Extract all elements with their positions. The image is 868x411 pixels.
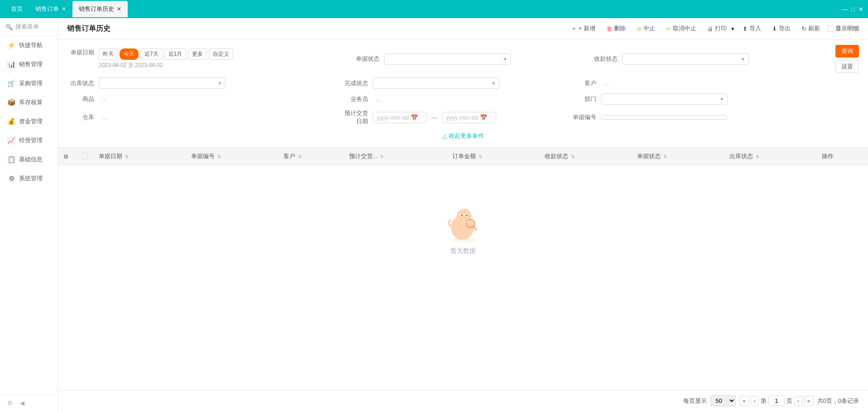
collapse-filter-label: 收起更多条件 <box>449 132 484 140</box>
date-btn-custom[interactable]: 自定义 <box>209 48 233 60</box>
sort-amount-icon[interactable]: ⇅ <box>479 154 482 159</box>
sort-payment-icon[interactable]: ⇅ <box>571 154 575 159</box>
sidebar-search[interactable]: 🔍 搜索菜单 <box>0 18 58 36</box>
date-separator: — <box>429 114 440 121</box>
th-amount: 订单金额 ⇅ <box>447 148 539 165</box>
order-no-input[interactable] <box>601 115 728 120</box>
warehouse-dots[interactable]: ... <box>99 114 111 121</box>
sidebar-settings-icon[interactable]: ⚙ <box>7 400 13 406</box>
complete-select[interactable]: ▾ <box>373 77 499 89</box>
refresh-icon: ↻ <box>801 25 806 32</box>
salesperson-dots[interactable]: ... <box>373 96 385 102</box>
cancel-stop-button[interactable]: ↩ 取消中止 <box>662 23 700 34</box>
dept-select[interactable]: ▾ <box>601 93 728 105</box>
page-input[interactable] <box>768 396 785 406</box>
date-btn-today[interactable]: 今天 <box>120 48 139 60</box>
page-nav: « ‹ 第 页 › » <box>739 396 813 406</box>
product-dots[interactable]: ... <box>99 96 111 102</box>
th-action: 操作 <box>816 148 868 165</box>
sidebar-item-quick-nav-label: 快捷导航 <box>19 41 43 49</box>
sidebar-item-inventory[interactable]: 📦 库存核算 <box>0 93 58 112</box>
delete-button[interactable]: 🗑 删除 <box>603 23 629 34</box>
expected-date-end[interactable]: yyyy-mm-dd 📅 <box>442 112 496 123</box>
export-button[interactable]: ⬇ 导出 <box>768 23 794 34</box>
import-button[interactable]: ⬆ 导入 <box>739 23 765 34</box>
status-arrow-icon: ▾ <box>504 56 507 63</box>
page-size-select[interactable]: 50 10 20 100 <box>710 395 736 406</box>
select-all-checkbox[interactable] <box>82 153 88 159</box>
sort-order-no-icon[interactable]: ⇅ <box>217 154 221 159</box>
customer-dots[interactable]: ... <box>601 80 613 87</box>
collapse-filter-btn[interactable]: △ 收起更多条件 <box>67 130 859 142</box>
tab-sales-order[interactable]: 销售订单 ✕ <box>29 1 72 17</box>
display-dense-toggle[interactable]: 显示明细 <box>827 24 859 33</box>
tab-home[interactable]: 首页 <box>5 1 29 17</box>
stop-button[interactable]: ⊘ 中止 <box>633 23 659 34</box>
filter-order-status: 单据状态 ▾ <box>352 53 590 65</box>
payment-select[interactable]: ▾ <box>622 53 749 65</box>
empty-illustration <box>441 202 486 247</box>
minimize-btn[interactable]: — <box>842 6 848 13</box>
add-button[interactable]: ＋ + 新增 <box>567 23 599 34</box>
sidebar-item-operations[interactable]: 📈 经营管理 <box>0 131 58 150</box>
search-icon: 🔍 <box>5 24 13 30</box>
th-order-status: 单据状态 ⇅ <box>632 148 724 165</box>
display-dense-label: 显示明细 <box>835 24 859 33</box>
status-filter-label: 单据状态 <box>352 55 384 63</box>
first-page-btn[interactable]: « <box>739 396 749 406</box>
sidebar-item-purchase[interactable]: 🛒 采购管理 <box>0 74 58 93</box>
th-order-status-label: 单据状态 <box>637 153 661 160</box>
window-controls: — □ ✕ <box>842 6 863 13</box>
date-btn-1month[interactable]: 近1月 <box>164 48 187 60</box>
status-select[interactable]: ▾ <box>384 53 511 65</box>
tab-sales-order-history-close[interactable]: ✕ <box>117 6 121 12</box>
th-customer: 客户 ⇅ <box>278 148 344 165</box>
salesperson-filter-label: 业务员 <box>341 95 373 103</box>
top-bar: 首页 销售订单 ✕ 销售订单历史 ✕ — □ ✕ <box>0 0 868 18</box>
svg-point-6 <box>465 215 467 216</box>
sidebar-item-sales[interactable]: 📊 销售管理 <box>0 55 58 74</box>
expected-date-label: 预计交货日期 <box>341 109 373 126</box>
sort-order-status-icon[interactable]: ⇅ <box>663 154 667 159</box>
filter-area: 单据日期 昨天 今天 近7天 近1月 更多 自定义 2023-06-02 至 2… <box>58 39 868 148</box>
tab-sales-order-history-label: 销售订单历史 <box>79 5 114 13</box>
refresh-button[interactable]: ↻ 刷新 <box>798 23 824 34</box>
outbound-select[interactable]: ▾ <box>99 77 225 89</box>
sort-date-icon[interactable]: ⇅ <box>125 154 129 159</box>
print-dropdown-arrow[interactable]: ▾ <box>730 24 735 34</box>
last-page-btn[interactable]: » <box>804 396 814 406</box>
sort-customer-icon[interactable]: ⇅ <box>298 154 302 159</box>
filter-row-4: 仓库 ... 预计交货日期 yyyy-mm-dd 📅 — yyyy-mm-dd … <box>67 109 859 126</box>
next-page-btn[interactable]: › <box>794 396 802 406</box>
expected-date-start[interactable]: yyyy-mm-dd 📅 <box>373 112 427 123</box>
sidebar-collapse-icon[interactable]: ◀ <box>20 400 24 406</box>
sidebar-item-inventory-label: 库存核算 <box>19 98 43 106</box>
tab-sales-order-label: 销售订单 <box>35 5 59 13</box>
date-btn-more[interactable]: 更多 <box>188 48 207 60</box>
tab-sales-order-close[interactable]: ✕ <box>62 6 66 12</box>
sidebar-item-system[interactable]: ⚙ 系统管理 <box>0 169 58 188</box>
date-btn-yesterday[interactable]: 昨天 <box>99 48 118 60</box>
close-btn[interactable]: ✕ <box>858 6 863 13</box>
column-settings-icon[interactable]: ⚙ <box>63 153 69 160</box>
maximize-btn[interactable]: □ <box>851 6 855 13</box>
display-dense-checkbox[interactable] <box>827 25 834 32</box>
filter-dept: 部门 ▾ <box>569 93 797 105</box>
sidebar-item-quick-nav[interactable]: ⚡ 快捷导航 <box>0 36 58 55</box>
svg-line-8 <box>473 227 476 230</box>
sidebar-item-finance[interactable]: 💰 资金管理 <box>0 112 58 131</box>
page-word: 第 <box>761 397 767 405</box>
sort-expected-date-icon[interactable]: ⇅ <box>380 154 384 159</box>
prev-page-btn[interactable]: ‹ <box>751 396 759 406</box>
settings-button[interactable]: 设置 <box>835 60 859 73</box>
date-btn-7days[interactable]: 近7天 <box>140 48 163 60</box>
print-button[interactable]: 🖨 打印 <box>704 23 730 34</box>
query-button[interactable]: 查询 <box>835 45 859 58</box>
sidebar-search-label: 搜索菜单 <box>15 23 39 31</box>
tab-sales-order-history[interactable]: 销售订单历史 ✕ <box>72 1 128 17</box>
th-expected-date: 预计交货... ⇅ <box>344 148 447 165</box>
sort-outbound-icon[interactable]: ⇅ <box>756 154 759 159</box>
sidebar-item-basic-info[interactable]: 📋 基础信息 <box>0 150 58 169</box>
per-page-label: 每页显示 <box>683 397 707 405</box>
filter-product: 商品 ... <box>67 95 341 103</box>
